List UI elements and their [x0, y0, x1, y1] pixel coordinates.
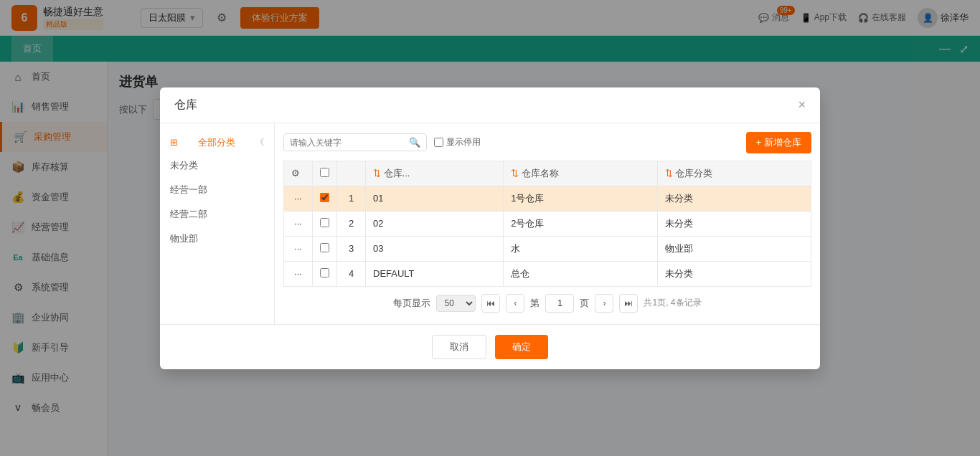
warehouse-table: ⚙ ⇅ 仓库... ⇅ 仓库名称 ⇅ 仓库分类 [283, 161, 811, 287]
category-item-dept1[interactable]: 经营一部 [160, 178, 274, 202]
search-icon[interactable]: 🔍 [409, 137, 420, 148]
row-code: DEFAULT [366, 261, 504, 286]
category-grid-icon: ⊞ [170, 137, 178, 148]
category-header[interactable]: ⊞ 全部分类 《 [160, 132, 274, 153]
row-name: 总仓 [504, 261, 657, 286]
row-category: 未分类 [657, 186, 811, 211]
table-row[interactable]: ··· 4 DEFAULT 总仓 未分类 [284, 261, 811, 286]
sort-icon: ⇅ [373, 168, 381, 179]
row-num: 4 [337, 261, 366, 286]
row-actions[interactable]: ··· [284, 211, 313, 236]
row-category: 未分类 [657, 211, 811, 236]
modal-body: ⊞ 全部分类 《 未分类 经营一部 经营二部 物业部 🔍 [160, 123, 820, 324]
row-checkbox[interactable] [320, 193, 329, 202]
prev-page-button[interactable]: ‹ [506, 294, 524, 313]
category-item-property[interactable]: 物业部 [160, 227, 274, 251]
page-label: 第 [530, 297, 540, 310]
show-disabled-label: 显示停用 [446, 136, 481, 148]
cancel-button[interactable]: 取消 [432, 335, 486, 359]
table-row[interactable]: ··· 1 01 1号仓库 未分类 [284, 186, 811, 211]
all-category-label: 全部分类 [198, 136, 235, 149]
search-input[interactable] [290, 138, 405, 148]
modal-header: 仓库 × [160, 87, 820, 123]
row-code: 01 [366, 186, 504, 211]
show-disabled-checkbox[interactable] [434, 138, 443, 147]
table-row[interactable]: ··· 2 02 2号仓库 未分类 [284, 211, 811, 236]
row-checkbox-cell [313, 261, 337, 286]
row-checkbox-cell [313, 236, 337, 261]
row-actions[interactable]: ··· [284, 236, 313, 261]
table-row[interactable]: ··· 3 03 水 物业部 [284, 236, 811, 261]
th-checkbox [313, 161, 337, 186]
table-container: ⚙ ⇅ 仓库... ⇅ 仓库名称 ⇅ 仓库分类 [283, 161, 811, 287]
first-page-button[interactable]: ⏮ [481, 294, 500, 313]
row-actions[interactable]: ··· [284, 186, 313, 211]
sort-icon-name: ⇅ [511, 168, 519, 179]
search-input-wrap: 🔍 [283, 133, 427, 151]
row-name: 1号仓库 [504, 186, 657, 211]
th-code: ⇅ 仓库... [366, 161, 504, 186]
page-unit: 页 [580, 297, 589, 310]
row-checkbox[interactable] [320, 268, 329, 277]
pagination: 每页显示 50 10 20 100 ⏮ ‹ 第 页 › ⏭ 共1页, 4条记录 [283, 287, 811, 315]
row-actions[interactable]: ··· [284, 261, 313, 286]
row-checkbox[interactable] [320, 218, 329, 227]
th-row-num [337, 161, 366, 186]
warehouse-modal: 仓库 × ⊞ 全部分类 《 未分类 经营一部 经营二部 物业部 [160, 87, 820, 369]
modal-title: 仓库 [174, 98, 197, 113]
table-toolbar: 🔍 显示停用 + 新增仓库 [283, 132, 811, 153]
row-name: 2号仓库 [504, 211, 657, 236]
per-page-label: 每页显示 [393, 297, 430, 310]
last-page-button[interactable]: ⏭ [619, 294, 638, 313]
modal-overlay: 仓库 × ⊞ 全部分类 《 未分类 经营一部 经营二部 物业部 [0, 0, 980, 456]
page-number-input[interactable] [545, 294, 574, 313]
collapse-icon[interactable]: 《 [255, 136, 264, 148]
th-name: ⇅ 仓库名称 [504, 161, 657, 186]
th-settings: ⚙ [284, 161, 313, 186]
row-checkbox-cell [313, 186, 337, 211]
add-warehouse-button[interactable]: + 新增仓库 [746, 132, 811, 153]
row-checkbox[interactable] [320, 243, 329, 252]
row-num: 2 [337, 211, 366, 236]
row-code: 03 [366, 236, 504, 261]
row-checkbox-cell [313, 211, 337, 236]
sort-icon-cat: ⇅ [665, 168, 673, 179]
row-num: 1 [337, 186, 366, 211]
modal-footer: 取消 确定 [160, 324, 820, 369]
row-num: 3 [337, 236, 366, 261]
category-item-unclassified[interactable]: 未分类 [160, 153, 274, 178]
row-code: 02 [366, 211, 504, 236]
show-disabled-checkbox-label[interactable]: 显示停用 [434, 136, 481, 148]
row-name: 水 [504, 236, 657, 261]
row-category: 未分类 [657, 261, 811, 286]
confirm-button[interactable]: 确定 [495, 335, 548, 359]
total-info: 共1页, 4条记录 [644, 297, 701, 309]
select-all-checkbox[interactable] [320, 168, 329, 177]
table-panel: 🔍 显示停用 + 新增仓库 ⚙ [275, 123, 820, 324]
modal-close-button[interactable]: × [798, 98, 806, 111]
per-page-select[interactable]: 50 10 20 100 [436, 295, 476, 312]
category-item-dept2[interactable]: 经营二部 [160, 202, 274, 227]
category-panel: ⊞ 全部分类 《 未分类 经营一部 经营二部 物业部 [160, 123, 275, 324]
next-page-button[interactable]: › [595, 294, 613, 313]
th-category: ⇅ 仓库分类 [657, 161, 811, 186]
row-category: 物业部 [657, 236, 811, 261]
